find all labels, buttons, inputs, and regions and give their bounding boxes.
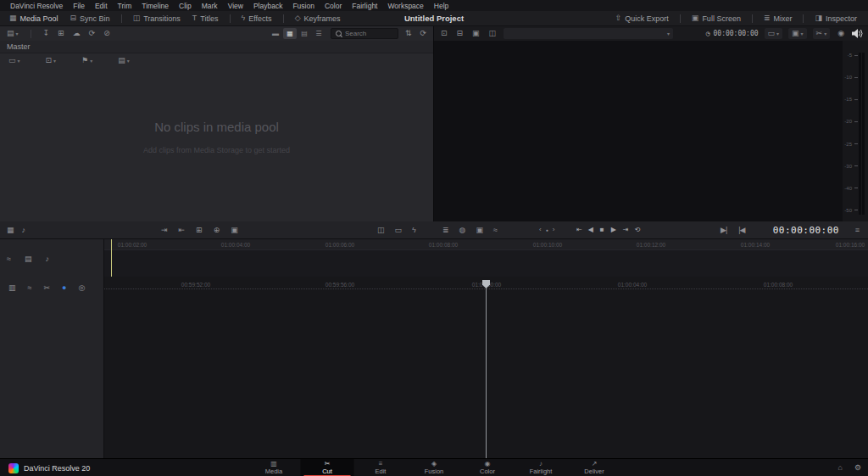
capture-button[interactable]: ▣ xyxy=(476,227,483,234)
sync-bin-button[interactable]: ⊟ Sync Bin xyxy=(64,13,116,25)
stop-button[interactable]: ■ xyxy=(600,227,604,233)
bin-view-button[interactable]: ▦ xyxy=(7,227,14,234)
play-button[interactable]: ▶ xyxy=(611,227,616,233)
titles-button[interactable]: T Titles xyxy=(186,13,225,25)
waveform-toggle-button[interactable]: ≈ xyxy=(7,255,11,263)
relink-button[interactable]: ⟳ xyxy=(87,30,97,37)
viewer-panel[interactable]: -5 -10 -15 -20 -25 -30 -40 -50 xyxy=(434,41,868,221)
menu-trim[interactable]: Trim xyxy=(113,2,137,10)
menu-fusion[interactable]: Fusion xyxy=(287,2,320,10)
mixer-button[interactable]: ≣ Mixer xyxy=(758,13,798,25)
camera-dropdown[interactable]: ▣ ▾ xyxy=(788,28,807,39)
menu-workspace[interactable]: Workspace xyxy=(382,2,428,10)
menu-edit[interactable]: Edit xyxy=(90,2,113,10)
viewer-zoom-button[interactable]: ▣ xyxy=(470,30,481,37)
place-on-top-button[interactable]: ▣ xyxy=(231,227,238,234)
razor-button[interactable]: ✂ xyxy=(43,284,50,292)
effects-button[interactable]: ϟ Effects xyxy=(236,13,278,25)
viewer-split-button[interactable]: ⊟ xyxy=(455,30,465,37)
resolution-dropdown[interactable]: ▭ ▾ xyxy=(765,28,783,39)
smart-bin-dropdown[interactable]: ▤ ▾ xyxy=(116,57,131,64)
list-view-button[interactable]: ☰ xyxy=(312,28,326,39)
timeline-selector-dropdown[interactable]: ▾ xyxy=(504,28,673,39)
sort-button[interactable]: ⇅ xyxy=(403,30,414,37)
quick-export-button[interactable]: ⇧ Quick Export xyxy=(609,13,675,25)
audio-waveform-button[interactable]: ≈ xyxy=(28,284,32,292)
menu-fairlight[interactable]: Fairlight xyxy=(347,2,382,10)
import-media-button[interactable]: ↧ xyxy=(42,30,52,37)
trim-tools-dropdown[interactable]: ✂ ▾ xyxy=(813,28,831,39)
transitions-button[interactable]: ◫ Transitions xyxy=(127,13,186,25)
new-bin-button[interactable]: ⊞ xyxy=(56,30,66,37)
page-tab-fusion[interactable]: ◈ Fusion xyxy=(408,459,461,476)
menu-help[interactable]: Help xyxy=(429,2,453,10)
page-tab-color[interactable]: ◉ Color xyxy=(461,459,515,476)
page-tab-deliver[interactable]: ↗ Deliver xyxy=(568,459,621,476)
viewer-overlay-button[interactable]: ⊡ xyxy=(439,30,449,37)
trim-right-button[interactable]: › xyxy=(553,227,555,233)
viewer-timecode-display[interactable]: ◷ 00:00:00:00 xyxy=(706,30,759,37)
track-view-button[interactable]: ▤ xyxy=(25,255,32,263)
lower-timeline[interactable]: ▥ ≈ ✂ ● ◎ 00:59:52:00 00:59:56:00 01:00:… xyxy=(0,277,868,458)
mic-button[interactable]: ◍ xyxy=(459,227,466,234)
menu-playback[interactable]: Playback xyxy=(248,2,288,10)
close-up-button[interactable]: ⊕ xyxy=(214,227,220,234)
first-frame-button[interactable]: ⇤ xyxy=(576,227,581,233)
menu-timeline[interactable]: Timeline xyxy=(136,2,174,10)
thumbnail-view-button[interactable]: ▦ xyxy=(283,28,297,39)
upper-playhead[interactable] xyxy=(111,239,112,277)
title-tool-button[interactable]: ▭ xyxy=(395,227,403,234)
match-frame-button[interactable]: |◀ xyxy=(738,227,744,234)
trim-left-button[interactable]: ‹ xyxy=(539,227,542,233)
audio-track-button[interactable]: ♪ xyxy=(45,255,49,263)
page-tab-media[interactable]: ▥ Media xyxy=(248,459,301,476)
timeline-view-options-button[interactable]: ▥ xyxy=(8,284,16,292)
tag-button[interactable]: ⊘ xyxy=(102,30,112,37)
search-input[interactable] xyxy=(345,30,394,37)
menu-mark[interactable]: Mark xyxy=(197,2,223,10)
menu-color[interactable]: Color xyxy=(320,2,347,10)
bin-folder-dropdown[interactable]: ▭ ▾ xyxy=(7,57,22,64)
full-screen-button[interactable]: ▣ Full Screen xyxy=(686,13,747,25)
clip-options-dropdown[interactable]: ▤ ▾ xyxy=(5,30,20,37)
menu-file[interactable]: File xyxy=(68,2,90,10)
cloud-button[interactable]: ☁ xyxy=(71,30,82,37)
flag-dropdown[interactable]: ⚑ ▾ xyxy=(80,57,94,64)
filmstrip-view-button[interactable]: ▤ xyxy=(298,28,311,39)
viewer-wipe-button[interactable]: ◫ xyxy=(487,30,498,37)
speaker-icon[interactable] xyxy=(852,29,863,38)
transition-tool-button[interactable]: ◫ xyxy=(377,227,385,234)
page-tab-cut[interactable]: ✂ Cut xyxy=(301,459,354,476)
bin-label[interactable]: Master xyxy=(7,42,31,51)
menu-davinci-resolve[interactable]: DaVinci Resolve xyxy=(5,2,68,10)
play-around-button[interactable]: ▶| xyxy=(721,227,726,234)
settings-button[interactable]: ⚙ xyxy=(854,464,861,472)
page-tab-fairlight[interactable]: ♪ Fairlight xyxy=(515,459,568,476)
smart-insert-button[interactable]: ⇥ xyxy=(161,227,168,234)
options-menu-icon[interactable]: ≡ xyxy=(855,227,860,234)
upper-timeline-ruler[interactable]: 01:00:02:00 01:00:04:00 01:00:06:00 01:0… xyxy=(104,239,868,250)
trim-point-button[interactable]: ● xyxy=(546,228,548,232)
loop-button[interactable]: ⟲ xyxy=(635,227,641,233)
marker-button[interactable]: ● xyxy=(62,284,66,292)
append-button[interactable]: ⇤ xyxy=(179,227,186,234)
inspector-button[interactable]: ◨ Inspector xyxy=(809,13,863,25)
clip-color-dropdown[interactable]: ⊡ ▾ xyxy=(44,57,58,64)
fx-tool-button[interactable]: ϟ xyxy=(412,227,416,234)
audio-clips-button[interactable]: ♪ xyxy=(22,227,26,234)
keyframes-button[interactable]: ◇ Keyframes xyxy=(289,13,347,25)
media-pool-button[interactable]: ▦ Media Pool xyxy=(3,13,64,25)
track-visibility-button[interactable]: ◎ xyxy=(78,284,85,292)
menu-view[interactable]: View xyxy=(223,2,248,10)
color-viewer-button[interactable]: ◉ xyxy=(836,30,846,37)
play-reverse-button[interactable]: ◀ xyxy=(588,227,593,233)
last-frame-button[interactable]: ⇥ xyxy=(623,227,628,233)
page-tab-edit[interactable]: ≡ Edit xyxy=(354,459,408,476)
refresh-button[interactable]: ⟳ xyxy=(418,30,428,37)
upper-timeline[interactable]: 01:00:02:00 01:00:04:00 01:00:06:00 01:0… xyxy=(0,239,868,277)
ripple-overwrite-button[interactable]: ⊞ xyxy=(196,227,203,234)
timeline-timecode[interactable]: 00:00:00:00 xyxy=(773,225,839,236)
tools-button[interactable]: ≣ xyxy=(442,227,449,234)
menu-clip[interactable]: Clip xyxy=(174,2,197,10)
strip-view-button[interactable]: ▬ xyxy=(269,28,282,39)
